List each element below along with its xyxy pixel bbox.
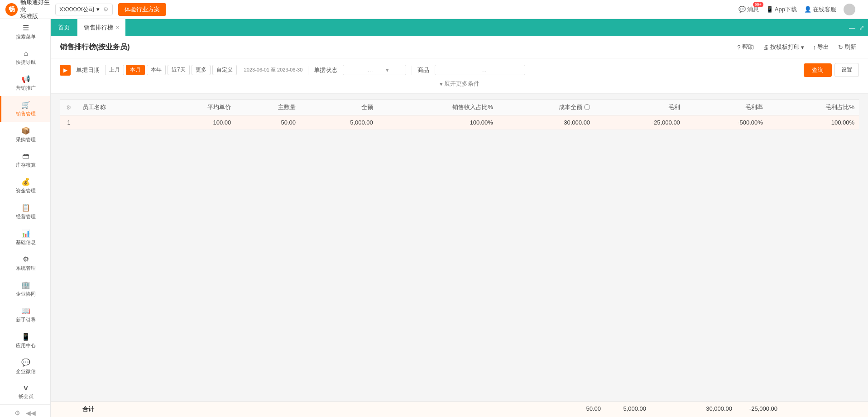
sidebar-item-finance[interactable]: 💰 资金管理 [0, 173, 50, 199]
sidebar-item-search[interactable]: ☰ 搜索菜单 [0, 19, 50, 45]
message-btn[interactable]: 💬 消息 99+ [739, 5, 759, 14]
date-btn-7days[interactable]: 近7天 [168, 65, 190, 75]
tab-maximize-icon[interactable]: ⤢ [859, 24, 864, 31]
settings-btn[interactable]: 设置 [834, 63, 859, 77]
clear-status-icon: … [367, 67, 384, 73]
expand-icon: ▾ [440, 81, 443, 87]
col-settings[interactable]: ⚙ [60, 100, 78, 115]
basicinfo-icon: 📊 [21, 229, 30, 238]
logo-icon: 畅 [5, 3, 18, 16]
date-label: 单据日期 [76, 66, 100, 74]
status-label: 单据状态 [314, 66, 337, 74]
finance-icon: 💰 [21, 177, 30, 186]
date-btn-this-month[interactable]: 本月 [126, 65, 145, 75]
date-btn-more[interactable]: 更多 [192, 65, 211, 75]
footer-cost-amt: 30,000.00 [691, 405, 737, 413]
col-gross-profit: 毛利 [595, 100, 685, 115]
logo-text: 畅康通好生意 标准版 [20, 0, 55, 20]
goods-input[interactable]: … [435, 65, 525, 75]
sidebar-item-wechat[interactable]: 💬 企业微信 [0, 354, 50, 379]
logo: 畅 畅康通好生意 标准版 [5, 0, 55, 20]
sidebar-item-appcenter[interactable]: 📱 应用中心 [0, 328, 50, 354]
sidebar-item-inventory[interactable]: 🗃 库存核算 [0, 148, 50, 173]
filter-divider-2 [412, 66, 412, 75]
expand-conditions-btn[interactable]: ▾ 展开更多条件 [440, 80, 480, 88]
sales-icon: 🛒 [21, 101, 30, 109]
download-icon: 📱 [766, 6, 773, 13]
refresh-btn[interactable]: ↻ 刷新 [835, 42, 859, 53]
page-header: 销售排行榜(按业务员) ? 帮助 🖨 按模板打印 ▾ ↑ 导出 [51, 36, 868, 58]
col-avg-price: 平均单价 [157, 100, 235, 115]
sidebar-item-sales[interactable]: 🛒 销售管理 [0, 96, 50, 122]
column-settings-icon[interactable]: ⚙ [66, 104, 72, 111]
online-service-btn[interactable]: 👤 在线客服 [804, 5, 836, 14]
avatar[interactable] [844, 4, 855, 15]
company-selector[interactable]: XXXXXX公司 ▾ ⚙ [55, 4, 113, 15]
status-select[interactable]: … ▾ [343, 65, 406, 75]
table-row: 1 100.00 50.00 5,000.00 100.00% 30,000.0… [60, 115, 859, 130]
tab-home[interactable]: 首页 [51, 19, 77, 36]
date-btn-custom[interactable]: 自定义 [212, 65, 237, 75]
sidebar: ☰ 搜索菜单 ⌂ 快捷导航 📢 营销推广 🛒 销售管理 📦 采购管理 🗃 库存核… [0, 19, 51, 417]
sidebar-item-basicinfo[interactable]: 📊 基础信息 [0, 225, 50, 250]
tab-close-btn[interactable]: × [116, 24, 119, 31]
tab-sales-ranking[interactable]: 销售排行榜 × [77, 19, 125, 36]
page-content: 销售排行榜(按业务员) ? 帮助 🖨 按模板打印 ▾ ↑ 导出 [51, 36, 868, 417]
inventory-icon: 🗃 [22, 152, 29, 160]
top-bar: 畅 畅康通好生意 标准版 XXXXXX公司 ▾ ⚙ 体验行业方案 💬 消息 99… [0, 0, 868, 19]
sidebar-item-marketing[interactable]: 📢 营销推广 [0, 70, 50, 96]
filter-area: ▶ 单据日期 上月 本月 本年 近7天 更多 自定义 2023-06-01 至 … [51, 58, 868, 94]
filter-divider-1 [308, 66, 308, 75]
expand-row: ▾ 展开更多条件 [60, 77, 859, 89]
sidebar-item-enterprise[interactable]: 🏢 企业协同 [0, 276, 50, 302]
filter-collapse-btn[interactable]: ▶ [60, 65, 71, 76]
sidebar-item-guide[interactable]: 📖 新手引导 [0, 302, 50, 328]
guide-icon: 📖 [21, 307, 30, 315]
sidebar-item-operations[interactable]: 📋 经营管理 [0, 199, 50, 225]
print-icon: 🖨 [763, 44, 769, 51]
goods-dots-icon: … [481, 67, 521, 73]
service-icon: 👤 [804, 6, 811, 13]
print-dropdown-icon: ▾ [801, 44, 804, 51]
experience-btn[interactable]: 体验行业方案 [118, 3, 166, 16]
query-btn[interactable]: 查询 [804, 63, 832, 77]
footer-total-amt: 5,000.00 [605, 405, 651, 413]
app-download-btn[interactable]: 📱 App下载 [766, 5, 797, 14]
date-btn-last-month[interactable]: 上月 [105, 65, 124, 75]
sidebar-item-system[interactable]: ⚙ 系统管理 [0, 250, 50, 276]
export-btn[interactable]: ↑ 导出 [810, 42, 832, 53]
col-sales-pct: 销售收入占比% [378, 100, 498, 115]
print-btn[interactable]: 🖨 按模板打印 ▾ [760, 42, 807, 53]
operations-icon: 📋 [21, 203, 30, 212]
date-range: 2023-06-01 至 2023-06-30 [244, 67, 303, 73]
system-icon: ⚙ [23, 255, 29, 264]
table-wrapper: ⚙ 员工名称 平均单价 主数量 [51, 94, 868, 401]
sidebar-item-purchase[interactable]: 📦 采购管理 [0, 122, 50, 148]
enterprise-icon: 🏢 [21, 281, 30, 289]
col-cost-amt: 成本全额 ⓘ [498, 100, 595, 115]
data-table: ⚙ 员工名称 平均单价 主数量 [60, 99, 859, 130]
settings-icon[interactable]: ⚙ [103, 6, 109, 13]
sidebar-collapse-btn[interactable]: ◀◀ [26, 409, 36, 417]
cell-gross-pct: 100.00% [767, 115, 859, 130]
filter-row-1: ▶ 单据日期 上月 本月 本年 近7天 更多 自定义 2023-06-01 至 … [60, 63, 859, 77]
page-actions: ? 帮助 🖨 按模板打印 ▾ ↑ 导出 ↻ 刷新 [734, 42, 859, 53]
sidebar-item-quicknav[interactable]: ⌂ 快捷导航 [0, 45, 50, 70]
footer-avg-price [533, 405, 569, 413]
goods-label: 商品 [417, 66, 429, 74]
sidebar-settings-btn[interactable]: ⚙ [14, 409, 20, 417]
wechat-icon: 💬 [21, 358, 30, 367]
help-btn[interactable]: ? 帮助 [734, 42, 756, 53]
chevron-icon: ▶ [63, 67, 67, 73]
sidebar-item-vip[interactable]: V 畅会员 [0, 379, 50, 404]
cell-sales-pct: 100.00% [378, 115, 498, 130]
main-layout: ☰ 搜索菜单 ⌂ 快捷导航 📢 营销推广 🛒 销售管理 📦 采购管理 🗃 库存核… [0, 19, 868, 417]
tab-minimize-icon[interactable]: — [849, 24, 855, 31]
date-btn-this-year[interactable]: 本年 [147, 65, 166, 75]
footer-sales-pct [651, 405, 691, 413]
cell-avg-price: 100.00 [157, 115, 235, 130]
sidebar-footer: ⚙ ◀◀ [0, 404, 50, 417]
page-title: 销售排行榜(按业务员) [60, 43, 734, 52]
footer-cells: 合计 50.00 5,000.00 30,000.00 -25,000.00 [60, 405, 859, 413]
col-gross-pct: 毛利占比% [767, 100, 859, 115]
